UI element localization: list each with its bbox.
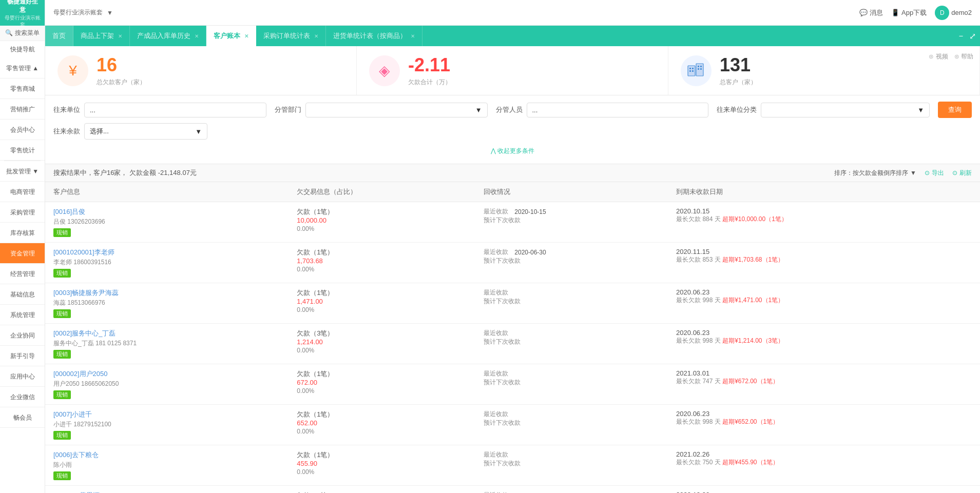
customer-tag-3: 现销 [53,350,71,359]
sidebar-item-ops[interactable]: 经营管理 [0,264,45,284]
app-download-button[interactable]: 📱 App下载 [891,8,927,17]
cell-due-2: 2020.06.23 最长欠款 998 天 超期¥1,471.00（1笔） [668,283,980,324]
sidebar-item-ecommerce[interactable]: 电商管理 [0,182,45,202]
customer-name-link-3[interactable]: [0002]服务中心_丁磊 [53,329,280,338]
sidebar-item-inventory[interactable]: 库存核算 [0,223,45,243]
sidebar-item-retail-stats[interactable]: 零售统计 [0,140,45,161]
tab-inbound-stats-close[interactable]: ✕ [411,33,415,39]
stat-label-overdue-amount: 欠款合计（万） [408,78,451,87]
sidebar-item-finance[interactable]: 资金管理 [0,243,45,264]
refresh-button[interactable]: ⊙ 刷新 [952,169,972,178]
balance-type-input[interactable]: 选择... ▼ [84,123,207,140]
stat-label-overdue-customers: 总欠款客户（家） [97,78,146,87]
sidebar-item-retail-shop[interactable]: 零售商城 [0,78,45,99]
stat-info-overdue: 16 总欠款客户（家） [97,54,146,87]
from-unit-input[interactable]: ... [84,103,266,117]
tab-customer-account[interactable]: 客户账本 ✕ [206,26,256,46]
debt-pct-3: 0.00% [297,347,467,354]
stat-top-right: ⊙ 视频 ⊙ 帮助 [929,52,973,61]
table-row: [0016]吕俊 吕俊 13026203696 现销 欠款（1笔） 10,000… [45,202,980,243]
tab-product-history-close[interactable]: ✕ [195,33,199,39]
sidebar-item-corp[interactable]: 企业协同 [0,325,45,346]
search-button[interactable]: 查询 [938,102,972,118]
dept-input[interactable]: ▼ [305,103,488,117]
sidebar-item-batch-mgmt[interactable]: 批发管理 ▼ [0,161,45,182]
overdue-link-0[interactable]: 超期¥10,000.00（1笔） [722,215,787,223]
customer-name-link-1[interactable]: [0001020001]李老师 [53,248,280,257]
tab-maximize-icon[interactable]: ⤢ [969,31,976,41]
sidebar-item-corp-wechat[interactable]: 企业微信 [0,387,45,407]
message-button[interactable]: 💬 消息 [859,8,883,17]
customer-name-link-2[interactable]: [0003]畅捷服务尹海蕊 [53,288,280,298]
export-icon: ⊙ [925,169,930,176]
refresh-icon: ⊙ [952,169,957,176]
cell-due-5: 2020.06.23 最长欠款 998 天 超期¥652.00（1笔） [668,405,980,445]
debt-desc-6: 欠款（1笔） [297,450,467,460]
tab-product-offshelf-close[interactable]: ✕ [118,33,122,39]
help-btn[interactable]: ⊙ 帮助 [954,52,973,61]
debt-pct-5: 0.00% [297,428,467,435]
overdue-link-6[interactable]: 超期¥455.90（1笔） [722,459,779,466]
customer-name-link-7[interactable]: [000001]黄思源 [53,491,280,493]
cell-due-7: 2020.12.30 最长欠款 808 天 超期¥429.00（1笔） [668,486,980,494]
svg-rect-1 [696,64,703,76]
sidebar-item-member-plus[interactable]: 畅会员 [0,407,45,428]
sidebar-item-purchase[interactable]: 采购管理 [0,202,45,223]
tab-purchase-stats-close[interactable]: ✕ [314,33,318,39]
stats-bar: ¥ 16 总欠款客户（家） ◈ -2.11 欠款合计（万） [45,46,980,95]
overdue-link-3[interactable]: 超期¥1,214.00（3笔） [722,337,784,344]
topbar-dropdown-icon[interactable]: ▼ [107,9,113,16]
customer-name-link-4[interactable]: [000002]用户2050 [53,369,280,379]
tab-home-label: 首页 [52,31,66,41]
overdue-link-4[interactable]: 超期¥672.00（1笔） [722,378,779,385]
filter-dept: 分管部门 ▼ [275,103,488,117]
overdue-link-5[interactable]: 超期¥652.00（1笔） [722,418,779,425]
due-date-3: 2020.06.23 [676,329,972,337]
sidebar-item-retail-mgmt[interactable]: 零售管理 ▲ [0,58,45,78]
stat-total-customers: 131 总客户（家） ⊙ 视频 ⊙ 帮助 [668,46,980,95]
sidebar-item-basic[interactable]: 基础信息 [0,284,45,305]
tab-inbound-stats[interactable]: 进货单统计表（按商品） ✕ [326,26,422,46]
overdue-days-0: 最长欠款 884 天 超期¥10,000.00（1笔） [676,215,972,224]
stat-icon-total [681,55,712,86]
customer-tag-1: 现销 [53,269,71,278]
cell-collection-2: 最近收款 预计下次收款 [475,283,668,324]
manager-input[interactable]: ... [527,103,709,117]
recent-label-4: 最近收款 [484,369,508,378]
tab-product-history-label: 产成品入库单历史 [137,31,190,41]
customer-name-link-6[interactable]: [0006]去下粮仓 [53,450,280,460]
customer-name-link-0[interactable]: [0016]吕俊 [53,207,280,216]
stat-value-total-customers: 131 [720,54,757,76]
unit-category-input[interactable]: ▼ [761,103,930,117]
customer-name-link-5[interactable]: [0007]小进千 [53,410,280,419]
due-date-5: 2020.06.23 [676,410,972,418]
user-avatar[interactable]: D demo2 [935,6,972,20]
cell-debt-0: 欠款（1笔） 10,000.00 0.00% [289,202,475,243]
cell-due-6: 2021.02.26 最长欠款 750 天 超期¥455.90（1笔） [668,445,980,486]
sidebar-item-newbie[interactable]: 新手引导 [0,346,45,366]
tab-customer-account-close[interactable]: ✕ [244,33,248,39]
overdue-link-1[interactable]: 超期¥1,703.68（1笔） [722,256,784,263]
tab-purchase-stats[interactable]: 采购订单统计表 ✕ [256,26,326,46]
tab-home[interactable]: 首页 [45,26,73,46]
quick-nav[interactable]: 快捷导航 [0,41,45,58]
cell-customer-5: [0007]小进千 小进千 18279152100 现销 [45,405,289,445]
result-amount-text: 欠款金额 -21,148.07元 [129,169,197,176]
export-button[interactable]: ⊙ 导出 [925,169,944,178]
recent-label-3: 最近收款 [484,329,508,338]
tab-product-offshelf[interactable]: 商品上下架 ✕ [73,26,130,46]
sidebar-search[interactable]: 🔍 搜索菜单 [0,26,45,41]
sidebar-item-member[interactable]: 会员中心 [0,120,45,140]
overdue-link-2[interactable]: 超期¥1,471.00（1笔） [722,297,784,304]
debt-amount-1: 1,703.68 [297,257,467,265]
video-help-btn[interactable]: ⊙ 视频 [929,52,948,61]
customer-tag-0: 现销 [53,228,71,237]
tab-product-history[interactable]: 产成品入库单历史 ✕ [130,26,206,46]
collapse-filters[interactable]: ⋀ 收起更多条件 [53,145,972,157]
sort-selector[interactable]: 排序：按欠款金额倒序排序 ▼ [834,169,916,178]
tab-minimize-icon[interactable]: － [957,31,965,42]
sidebar-item-system[interactable]: 系统管理 [0,305,45,325]
sidebar-item-apps[interactable]: 应用中心 [0,366,45,387]
stat-icon-amount: ◈ [369,55,400,86]
sidebar-item-marketing[interactable]: 营销推广 [0,99,45,120]
